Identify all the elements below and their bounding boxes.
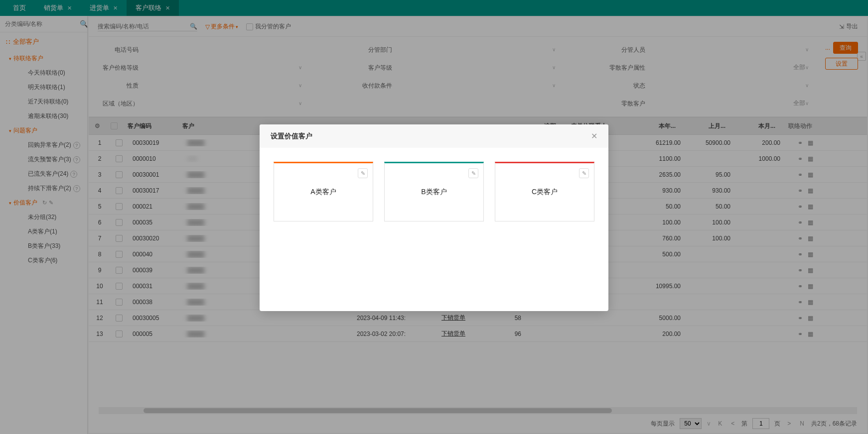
card-a-label: A类客户 (310, 188, 336, 197)
edit-icon[interactable]: ✎ (468, 168, 478, 178)
modal-cards: ✎ A类客户 ✎ B类客户 ✎ C类客户 (260, 148, 608, 221)
card-c-label: C类客户 (532, 188, 558, 197)
card-class-b[interactable]: ✎ B类客户 (384, 162, 484, 221)
modal-title: 设置价值客户 (271, 132, 312, 141)
card-class-c[interactable]: ✎ C类客户 (495, 162, 594, 221)
modal-header: 设置价值客户 ✕ (260, 124, 608, 148)
edit-icon[interactable]: ✎ (579, 168, 589, 178)
close-icon[interactable]: ✕ (591, 131, 597, 141)
card-b-label: B类客户 (421, 188, 446, 197)
card-class-a[interactable]: ✎ A类客户 (274, 162, 373, 221)
edit-icon[interactable]: ✎ (358, 168, 368, 178)
modal-overlay[interactable]: 设置价值客户 ✕ ✎ A类客户 ✎ B类客户 ✎ C类客户 (0, 0, 868, 434)
value-customer-modal: 设置价值客户 ✕ ✎ A类客户 ✎ B类客户 ✎ C类客户 (260, 124, 608, 311)
